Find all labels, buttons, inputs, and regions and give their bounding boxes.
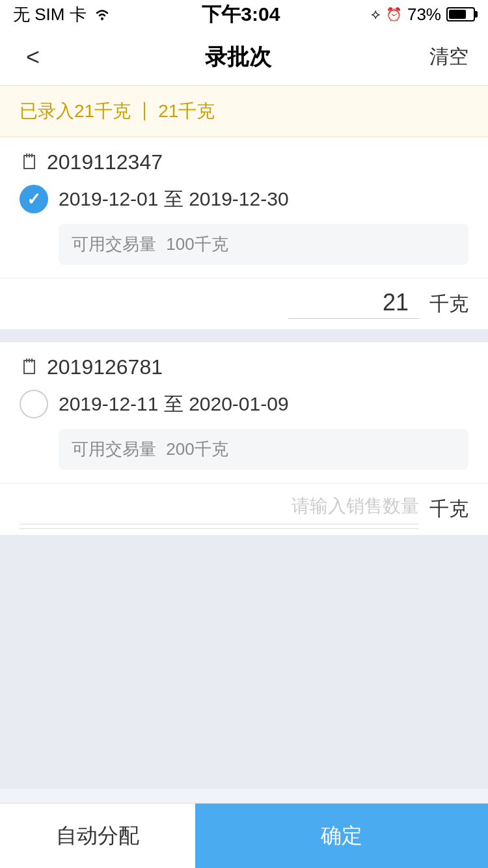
batch1-qty-row: 21 千克 (0, 278, 488, 329)
batch1-qty-unit: 千克 (429, 291, 468, 318)
empty-area (0, 535, 488, 789)
batch1-qty-wrap: 21 (20, 289, 419, 319)
batch2-qty-placeholder[interactable]: 请输入销售数量 (20, 494, 419, 524)
back-button[interactable]: < (20, 37, 46, 77)
bottom-bar: 自动分配 确定 (0, 803, 488, 868)
batch2-available: 可用交易量 200千克 (59, 429, 468, 470)
auto-distribute-button[interactable]: 自动分配 (0, 804, 195, 868)
clear-button[interactable]: 清空 (429, 44, 468, 70)
batch1-date-row[interactable]: 2019-12-01 至 2019-12-30 (20, 185, 468, 213)
batch2-input-row: 请输入销售数量 千克 (0, 483, 488, 535)
status-time: 下午3:04 (202, 1, 280, 28)
batch2-id-row: 🗒 2019126781 (20, 355, 468, 379)
section-separator (0, 329, 488, 342)
batch1-radio[interactable] (20, 185, 48, 213)
page-title: 录批次 (205, 42, 271, 72)
banner-divider (144, 102, 145, 120)
batch2-document-icon: 🗒 (20, 355, 40, 379)
batch2-available-qty: 200千克 (166, 439, 228, 459)
recorded-value: 21千克 (158, 99, 215, 124)
location-icon: ⟡ (371, 6, 381, 23)
confirm-button[interactable]: 确定 (195, 804, 488, 868)
batch2-date-row[interactable]: 2019-12-11 至 2020-01-09 (20, 390, 468, 418)
batch1-qty-value[interactable]: 21 (383, 289, 409, 316)
batch1-id: 2019112347 (47, 150, 163, 174)
recorded-label: 已录入21千克 (20, 99, 131, 124)
batch1-date: 2019-12-01 至 2019-12-30 (59, 186, 289, 213)
batch1-available: 可用交易量 100千克 (59, 224, 468, 265)
status-right: ⟡ ⏰ 73% (371, 5, 475, 25)
battery-fill (449, 10, 466, 19)
batch2-qty-unit: 千克 (429, 496, 468, 522)
batch1-id-row: 🗒 2019112347 (20, 150, 468, 174)
alarm-icon: ⏰ (386, 7, 402, 22)
status-bar: 无 SIM 卡 下午3:04 ⟡ ⏰ 73% (0, 0, 488, 29)
batch1-available-label: 可用交易量 (72, 234, 156, 254)
carrier-label: 无 SIM 卡 (13, 3, 87, 26)
batch-card-1: 🗒 2019112347 2019-12-01 至 2019-12-30 可用交… (0, 137, 488, 278)
batch1-available-qty: 100千克 (166, 234, 228, 254)
status-left: 无 SIM 卡 (13, 3, 111, 26)
svg-point-0 (101, 18, 103, 20)
info-banner: 已录入21千克 21千克 (0, 86, 488, 137)
battery-icon (446, 7, 475, 21)
batch2-radio[interactable] (20, 390, 48, 418)
batch2-date: 2019-12-11 至 2020-01-09 (59, 391, 289, 418)
wifi-icon (93, 8, 111, 21)
battery-percent: 73% (407, 5, 441, 25)
batch2-id: 2019126781 (47, 355, 163, 379)
batch-card-2: 🗒 2019126781 2019-12-11 至 2020-01-09 可用交… (0, 342, 488, 483)
batch1-document-icon: 🗒 (20, 150, 40, 174)
batch2-available-label: 可用交易量 (72, 439, 156, 459)
nav-bar: < 录批次 清空 (0, 29, 488, 86)
